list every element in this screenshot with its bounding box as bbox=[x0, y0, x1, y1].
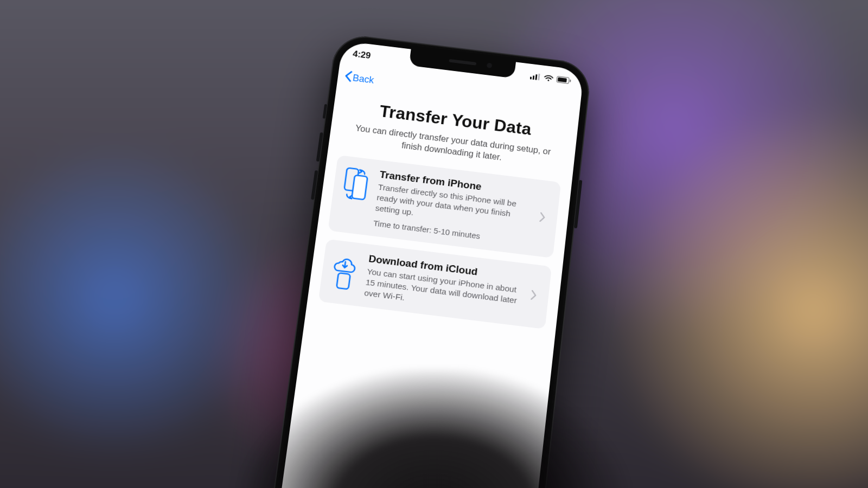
battery-icon bbox=[556, 75, 571, 84]
svg-rect-2 bbox=[535, 74, 537, 80]
svg-rect-8 bbox=[352, 175, 367, 199]
phone-transfer-icon bbox=[340, 164, 373, 202]
svg-rect-1 bbox=[533, 75, 535, 80]
icloud-download-icon bbox=[328, 248, 362, 291]
svg-rect-9 bbox=[336, 273, 350, 289]
content: Transfer Your Data You can directly tran… bbox=[276, 89, 579, 488]
svg-rect-0 bbox=[530, 76, 532, 79]
status-right bbox=[530, 72, 572, 84]
svg-rect-5 bbox=[558, 77, 567, 82]
status-time: 4:29 bbox=[352, 49, 371, 61]
option-icloud-body: Download from iCloud You can start using… bbox=[363, 253, 526, 318]
wifi-icon bbox=[544, 74, 554, 82]
option-transfer-from-iphone[interactable]: Transfer from iPhone Transfer directly s… bbox=[328, 155, 561, 258]
svg-rect-6 bbox=[570, 79, 571, 82]
chevron-right-icon bbox=[531, 290, 540, 303]
svg-rect-3 bbox=[538, 73, 540, 80]
back-button[interactable]: Back bbox=[343, 70, 375, 87]
chevron-right-icon bbox=[539, 212, 549, 224]
back-label: Back bbox=[352, 72, 374, 86]
cellular-icon bbox=[530, 72, 541, 80]
option-transfer-body: Transfer from iPhone Transfer directly s… bbox=[373, 169, 535, 247]
